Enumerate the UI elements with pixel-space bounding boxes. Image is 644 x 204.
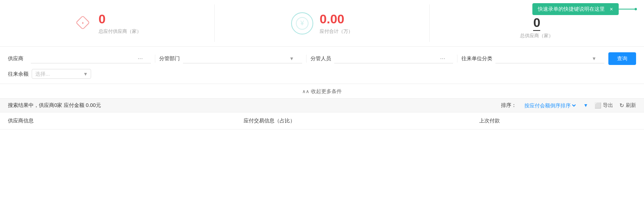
- unit-input[interactable]: [495, 54, 604, 63]
- person-input[interactable]: [334, 54, 453, 63]
- dept-label: 分管部门: [159, 55, 180, 62]
- sort-arrow-icon: ▼: [583, 103, 588, 108]
- table-header: 供应商信息 应付交易信息（占比） 上次付款: [0, 112, 644, 130]
- export-label: 导出: [603, 102, 613, 109]
- payable-total-number: 0.00: [320, 11, 353, 27]
- total-payable-suppliers-stat: ♦ 0 总应付供应商（家）: [0, 4, 215, 42]
- results-info: 搜索结果中，供应商0家 应付金额 0.00元: [8, 102, 101, 109]
- results-bar: 搜索结果中，供应商0家 应付金额 0.00元 排序： 按应付会额倒序排序 ▼ ⬜…: [0, 99, 644, 112]
- unit-filter: 往来单位分类 ▼: [461, 54, 604, 63]
- refresh-icon: ↻: [619, 102, 624, 109]
- refresh-button[interactable]: ↻ 刷新: [619, 102, 636, 109]
- tooltip-popup: 快速录单的快捷键说明在这里 ×: [532, 3, 618, 15]
- balance-label: 往来余额: [8, 71, 29, 78]
- col-payable-info: 应付交易信息（占比）: [244, 117, 479, 124]
- total-suppliers-number: 0: [533, 15, 540, 31]
- tooltip-dot: [634, 7, 638, 11]
- unit-label: 往来单位分类: [461, 55, 492, 62]
- dept-select-wrapper: ▼: [183, 54, 302, 63]
- query-button[interactable]: 查询: [608, 52, 636, 65]
- person-dots-btn[interactable]: ···: [440, 55, 445, 62]
- supplier-label: 供应商: [8, 55, 28, 62]
- sort-select[interactable]: 按应付会额倒序排序: [523, 102, 577, 109]
- dept-filter: 分管部门 ▼: [159, 54, 302, 63]
- balance-select[interactable]: 选择...: [32, 69, 91, 79]
- total-suppliers-stat: 快速录单的快捷键说明在这里 × 0 总供应商（家）: [430, 0, 644, 46]
- total-payable-number: 0: [99, 11, 141, 27]
- divider-2: [306, 55, 307, 63]
- collapse-label: 收起更多条件: [311, 88, 342, 95]
- filter-row-2: 往来余额 选择... ▼: [8, 69, 636, 79]
- total-payable-label: 总应付供应商（家）: [99, 28, 141, 35]
- supplier-dots-btn[interactable]: ···: [137, 55, 143, 62]
- supplier-filter: 供应商 ···: [8, 54, 151, 63]
- collapse-bar: ∧∧ 收起更多条件: [0, 84, 644, 99]
- col-last-payment: 上次付款: [479, 117, 636, 124]
- coin-icon: ¥: [291, 12, 313, 34]
- sort-label: 排序：: [501, 102, 516, 109]
- collapse-button[interactable]: ∧∧ 收起更多条件: [295, 86, 349, 97]
- payable-total-label: 应付合计（万）: [320, 28, 353, 35]
- svg-text:¥: ¥: [300, 20, 304, 27]
- col-supplier-info: 供应商信息: [8, 117, 244, 124]
- person-filter: 分管人员 ···: [311, 54, 453, 63]
- total-suppliers-label: 总供应商（家）: [520, 32, 553, 39]
- collapse-up-icon: ∧∧: [302, 89, 309, 94]
- tooltip-text: 快速录单的快捷键说明在这里: [538, 6, 605, 13]
- supplier-input[interactable]: [31, 54, 151, 63]
- payable-total-stat: ¥ 0.00 应付合计（万）: [215, 4, 429, 42]
- balance-select-wrapper: 选择... ▼: [32, 69, 91, 79]
- content-area: [0, 130, 644, 204]
- refresh-label: 刷新: [626, 102, 636, 109]
- filter-bar: 供应商 ··· 分管部门 ▼ 分管人员 ··· 往来单位分类 ▼: [0, 47, 644, 84]
- diamond-logo-icon: ♦: [73, 13, 92, 33]
- dept-input[interactable]: [183, 54, 302, 63]
- tooltip-close-btn[interactable]: ×: [610, 6, 613, 12]
- results-actions: 排序： 按应付会额倒序排序 ▼ ⬜ 导出 ↻ 刷新: [501, 102, 636, 109]
- export-icon: ⬜: [594, 102, 601, 109]
- export-button[interactable]: ⬜ 导出: [594, 102, 613, 109]
- person-label: 分管人员: [311, 55, 331, 62]
- filter-row-1: 供应商 ··· 分管部门 ▼ 分管人员 ··· 往来单位分类 ▼: [8, 52, 636, 65]
- divider-1: [155, 55, 155, 63]
- divider-3: [457, 55, 457, 63]
- svg-text:♦: ♦: [82, 21, 84, 25]
- unit-select-wrapper: ▼: [495, 54, 604, 63]
- stats-bar: ♦ 0 总应付供应商（家） ¥ 0.00 应付合计（万）: [0, 0, 644, 47]
